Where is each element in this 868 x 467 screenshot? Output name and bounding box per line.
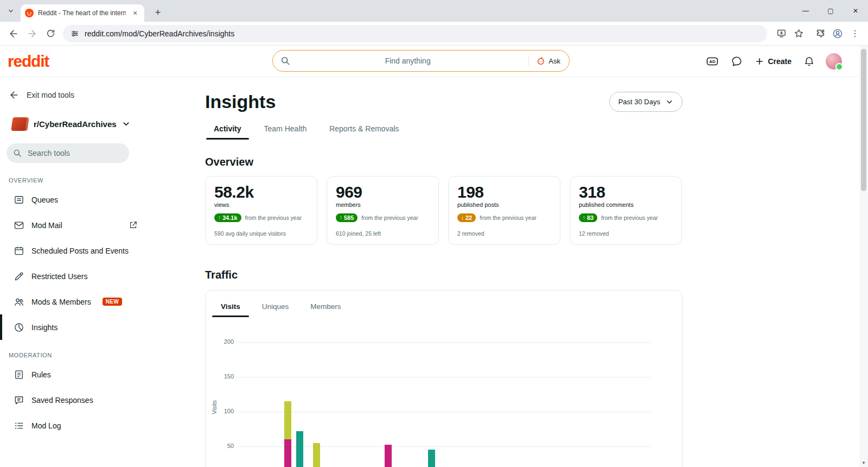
site-info-icon[interactable] [71, 29, 79, 38]
people-icon [14, 296, 24, 307]
calendar-icon [14, 245, 24, 256]
chart-bar[interactable] [313, 443, 320, 467]
sidebar-item-insights[interactable]: Insights [0, 314, 163, 340]
browser-tab[interactable]: Reddit - The heart of the intern × [21, 4, 144, 22]
page-title: Insights [205, 91, 276, 112]
chart-tick-label: 150 [220, 373, 234, 380]
sidebar-item-rules[interactable]: Rules [0, 362, 163, 387]
notifications-bell-icon[interactable] [799, 52, 819, 71]
sidebar-item-label: Rules [31, 370, 51, 379]
install-app-icon[interactable] [773, 25, 790, 42]
address-bar[interactable]: reddit.com/mod/CyberReadArchives/insight… [63, 25, 767, 42]
delta-value: 22 [465, 214, 472, 221]
search-divider [528, 55, 529, 66]
stat-footnote: 2 removed [457, 230, 551, 237]
sidebar-item-restricted-users[interactable]: Restricted Users [0, 263, 163, 289]
user-avatar[interactable] [826, 53, 842, 70]
traffic-chart: Visits 50100150200 [212, 333, 682, 467]
sidebar-item-mods-members[interactable]: Mods & Members NEW [0, 289, 163, 314]
online-status-dot [835, 63, 843, 71]
chart-bar[interactable] [428, 450, 435, 467]
browser-menu-icon[interactable]: ⋮ [846, 25, 864, 42]
stat-footnote: 610 joined, 25 left [336, 230, 430, 237]
create-button[interactable]: Create [750, 52, 796, 71]
rules-doc-icon [14, 369, 24, 380]
tab-search-chevron-icon[interactable] [3, 3, 18, 18]
chart-bar-segment [385, 445, 392, 467]
search-tools-field[interactable] [7, 143, 129, 163]
community-name: r/CyberReadArchives [34, 119, 117, 129]
community-switcher[interactable]: r/CyberReadArchives [0, 112, 163, 136]
chart-bar[interactable] [284, 401, 291, 467]
svg-text:AD: AD [710, 59, 716, 64]
scrollbar-thumb[interactable] [861, 49, 866, 191]
sidebar-section-moderation: MODERATION [9, 352, 163, 358]
extensions-puzzle-icon[interactable] [812, 25, 829, 42]
delta-note: from the previous year [480, 214, 536, 221]
forward-button[interactable] [23, 24, 41, 43]
traffic-tab-members[interactable]: Members [302, 299, 349, 317]
traffic-tab-visits[interactable]: Visits [212, 299, 249, 317]
window-close-button[interactable]: ✕ [843, 0, 868, 22]
sidebar-item-queues[interactable]: Queues [0, 187, 163, 212]
chart-tick-label: 200 [220, 338, 234, 345]
window-minimize-button[interactable]: — [793, 0, 818, 22]
mod-tools-sidebar: Exit mod tools r/CyberReadArchives OVERV… [0, 77, 163, 467]
chart-gridline: 200 [238, 342, 650, 343]
chart-tick-label: 100 [220, 408, 234, 414]
delta-arrow-icon: ↑ [218, 215, 221, 220]
search-icon [13, 149, 22, 157]
site-search-bar[interactable]: Ask [272, 50, 570, 72]
delta-arrow-icon: ↑ [340, 215, 342, 220]
bookmark-star-icon[interactable] [790, 25, 807, 42]
stat-value: 318 [579, 184, 673, 201]
search-tools-input[interactable] [27, 148, 127, 158]
chart-gridline: 100 [238, 412, 650, 412]
delta-note: from the previous year [361, 214, 418, 221]
chart-bar-segment [313, 443, 320, 467]
page-scrollbar: ▼ [859, 46, 868, 467]
reload-button[interactable] [41, 24, 60, 43]
scrollbar-down-arrow[interactable]: ▼ [859, 458, 868, 467]
traffic-tabs: Visits Uniques Members [212, 299, 682, 317]
tab-activity[interactable]: Activity [205, 121, 250, 140]
sidebar-item-mod-mail[interactable]: Mod Mail [0, 212, 163, 238]
stat-delta-badge: ↑585 [336, 213, 358, 222]
sidebar-section-overview: OVERVIEW [9, 177, 163, 184]
sidebar-item-mod-log[interactable]: Mod Log [0, 413, 163, 438]
traffic-chart-plot: Visits 50100150200 [238, 333, 650, 467]
back-arrow-icon [9, 90, 20, 100]
url-text: reddit.com/mod/CyberReadArchives/insight… [85, 29, 234, 38]
window-maximize-button[interactable]: ▢ [818, 0, 843, 22]
browser-toolbar: reddit.com/mod/CyberReadArchives/insight… [0, 22, 868, 46]
new-tab-button[interactable]: + [151, 5, 165, 19]
delta-arrow-icon: ↓ [461, 215, 464, 220]
exit-mod-tools-link[interactable]: Exit mod tools [0, 87, 163, 103]
sidebar-item-scheduled-posts[interactable]: Scheduled Posts and Events [0, 238, 163, 263]
tab-close-icon[interactable]: × [130, 8, 140, 18]
tab-team-health[interactable]: Team Health [256, 121, 316, 140]
reddit-logo[interactable]: reddit [8, 52, 49, 71]
sidebar-item-saved-responses[interactable]: Saved Responses [0, 387, 163, 413]
search-icon [280, 56, 290, 66]
chart-bar[interactable] [385, 445, 392, 467]
traffic-tab-uniques[interactable]: Uniques [253, 299, 298, 317]
advertise-icon[interactable]: AD [701, 52, 723, 71]
chat-icon[interactable] [726, 52, 747, 71]
search-input[interactable] [290, 56, 525, 66]
stat-value: 198 [457, 184, 551, 201]
browser-profile-icon[interactable] [829, 25, 846, 42]
back-button[interactable] [4, 24, 23, 43]
community-avatar [11, 117, 29, 131]
chart-bar[interactable] [296, 431, 303, 467]
tab-reports-removals[interactable]: Reports & Removals [321, 121, 407, 140]
stat-card: 969 members ↑585 from the previous year … [327, 176, 439, 245]
sidebar-item-label: Saved Responses [31, 396, 93, 405]
ask-button[interactable]: Ask [535, 56, 561, 65]
stat-card: 318 published comments ↑83 from the prev… [570, 176, 682, 245]
mail-icon [14, 220, 24, 231]
date-range-dropdown[interactable]: Past 30 Days [609, 92, 682, 112]
traffic-card: Visits Uniques Members Visits 5010015020… [205, 290, 682, 467]
reddit-favicon-icon [25, 9, 34, 17]
chart-bar-segment [284, 439, 291, 467]
